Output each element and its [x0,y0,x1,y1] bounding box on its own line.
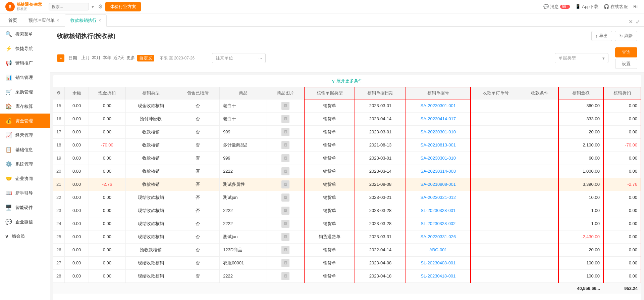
sidebar-item-guide[interactable]: 📖 新手引导 [0,186,50,200]
sidebar-item-enterprise[interactable]: 🤝 企业协同 [0,171,50,186]
date-more[interactable]: 更多 [126,55,135,61]
export-btn[interactable]: ↑ 导出 [591,31,612,41]
cell-settled: 否 [176,165,219,178]
cell-cash-discount: 0.00 [89,256,126,269]
sidebar-item-finance[interactable]: 💰 资金管理 [0,114,50,128]
tab-prepay[interactable]: 预付冲应付单 × [23,14,65,26]
expand-more-btn[interactable]: ∨ 展开更多条件 [332,78,363,84]
settings-gear-icon[interactable]: ⚙ [98,3,103,10]
cell-img: 🖼 [267,230,304,243]
settings-btn[interactable]: 设置 [615,59,637,69]
cell-condition [521,112,558,125]
date-last-month[interactable]: 上月 [81,55,90,61]
sidebar-item-finance-label: 资金管理 [15,118,33,124]
tab-close-all-icon[interactable]: ✕ [629,18,633,25]
product-image-thumb: 🖼 [281,194,289,202]
online-service-btn[interactable]: 🎧 在线客服 [604,4,628,10]
sidebar-item-sales[interactable]: 📊 销售管理 [0,70,50,85]
receipt-type-field[interactable]: 单据类型 ▾ [555,53,608,63]
cell-settled: 否 [176,243,219,256]
cell-cash-discount: 0.00 [89,243,126,256]
cell-condition [521,217,558,230]
cell-type: 预付冲应收 [126,112,176,125]
cell-order-no [471,99,521,112]
cell-settled: 否 [176,230,219,243]
table-row: 25 0.00 0.00 现结收款核销 否 测试jun 🖼 销货退货单 2023… [53,230,641,243]
date-custom[interactable]: 自定义 [137,55,154,61]
sidebar-item-guide-label: 新手引导 [15,190,33,196]
sidebar-item-marketing[interactable]: 📢 营销推广 [0,56,50,70]
cell-condition [521,138,558,152]
search-input[interactable] [49,3,89,10]
date-this-month[interactable]: 本月 [92,55,101,61]
cell-id: 24 [53,217,65,230]
cell-doc-date: 2023-04-08 [355,256,406,269]
date-this-year[interactable]: 本年 [103,55,111,61]
sidebar-item-operations[interactable]: 📈 经营管理 [0,128,50,142]
refresh-btn[interactable]: ↻ 刷新 [615,31,637,41]
query-btn[interactable]: 查询 [615,47,637,57]
cell-doc-no: SA-20210808-001 [406,178,471,191]
sidebar-item-search[interactable]: 🔍 搜索菜单 [0,27,50,41]
cell-type: 收款核销 [126,152,176,165]
tab-writeoff[interactable]: 收款核销执行 × [65,14,107,27]
cell-order-no [471,191,521,204]
cell-doc-type: 销货单 [304,191,355,204]
cell-doc-type: 销货单 [304,112,355,125]
expand-more-label: 展开更多条件 [336,78,363,84]
col-amount: 核销金额 [558,87,603,99]
cell-doc-date: 2023-03-01 [355,99,406,112]
cell-amount: 360.00 [558,99,603,112]
cell-order-no [471,178,521,191]
cell-discount: 0.00 [603,256,641,269]
app-download-btn[interactable]: 📱 App下载 [575,4,598,10]
cell-img: 🖼 [267,191,304,204]
sidebar-item-purchase[interactable]: 🛒 采购管理 [0,85,50,99]
cell-product: 衣服00001 [220,256,267,269]
cell-condition [521,243,558,256]
cell-id: 16 [53,112,65,125]
dropdown-icon[interactable]: ▾ [92,4,94,9]
sidebar-item-hardware[interactable]: 🖥️ 智能硬件 [0,200,50,215]
tab-prepay-close[interactable]: × [57,18,59,23]
sidebar-item-vip[interactable]: V 畅会员 [0,229,50,243]
cell-amount: 10.00 [558,191,603,204]
user-name[interactable]: Rit [633,4,639,9]
cell-settled: 否 [176,191,219,204]
sidebar-item-quick-nav[interactable]: ⚡ 快捷导航 [0,41,50,56]
cell-id: 27 [53,256,65,269]
cell-product: 老白干 [220,112,267,125]
industry-btn[interactable]: 体验行业方案 [105,2,141,11]
logo: 6 畅捷通·好生意 标准版 [5,2,42,11]
cell-type: 预收款核销 [126,243,176,256]
cell-doc-date: 2023-03-14 [355,165,406,178]
logo-tag: 标准版 [17,7,42,11]
cell-doc-no: SA-20230301-001 [406,99,471,112]
col-cash-discount: 现金折扣 [89,87,126,99]
cell-balance: 0.00 [65,125,89,138]
message-btn[interactable]: 💬 消息 99+ [543,4,570,10]
party-field[interactable]: 往来单位 ··· [212,53,266,63]
tab-home[interactable]: 首页 [3,14,23,26]
sidebar-item-system[interactable]: ⚙️ 系统管理 [0,157,50,171]
tab-expand-icon[interactable]: ⤢ [636,18,640,25]
cell-condition [521,165,558,178]
cell-settled: 否 [176,125,219,138]
date-7days[interactable]: 近7天 [113,55,124,61]
cell-discount: 0.00 [603,243,641,256]
sidebar-item-inventory[interactable]: 🏠 库存核算 [0,99,50,114]
cell-img: 🖼 [267,217,304,230]
sidebar-item-sales-label: 销售管理 [15,75,33,81]
product-image-thumb: 🖼 [281,207,289,215]
message-label: 消息 [550,4,559,10]
settings-col-icon[interactable]: ⚙ [57,90,61,95]
export-label: 导出 [599,33,608,39]
cell-cash-discount: 0.00 [89,152,126,165]
cell-doc-date: 2021-08-13 [355,138,406,152]
sidebar-item-wechat[interactable]: 💬 企业微信 [0,215,50,229]
filter-expand-arrow[interactable]: » [57,54,64,62]
cell-cash-discount: 0.00 [89,165,126,178]
sidebar-item-basic-info[interactable]: 📋 基础信息 [0,142,50,157]
cell-doc-no: SL-20230408-001 [406,256,471,269]
tab-writeoff-close[interactable]: × [99,18,101,23]
